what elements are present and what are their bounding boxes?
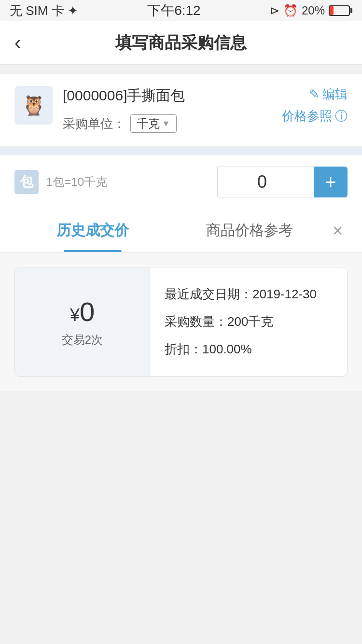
purchase-qty-value: 200千克 [227, 314, 273, 329]
product-info: [0000006]手撕面包 采购单位： 千克 ▼ [63, 86, 185, 133]
quantity-input[interactable] [217, 167, 314, 197]
alarm-icon: ⏰ [283, 4, 298, 17]
product-thumbnail: 🦉 [14, 86, 53, 125]
price-value: 0 [80, 296, 95, 327]
quantity-controls: + [217, 167, 348, 197]
product-header: 🦉 [0000006]手撕面包 采购单位： 千克 ▼ ✎ 编辑 [14, 86, 348, 133]
unit-chevron-icon: ▼ [162, 119, 170, 129]
purchase-quantity-row: 采购数量：200千克 [165, 312, 333, 331]
quantity-label: 包 1包=10千克 [14, 170, 107, 194]
tab-close-button[interactable]: × [328, 216, 348, 246]
status-left: 无 SIM 卡 ✦ [10, 2, 78, 19]
tabs-header: 历史成交价 商品价格参考 × [0, 209, 362, 252]
tabs-panel: 历史成交价 商品价格参考 × ¥0 交易2次 最近成交日期：2019-12-30… [0, 209, 362, 391]
recent-date-label: 最近成交日期： [165, 287, 252, 301]
location-icon: ⊳ [270, 4, 279, 17]
help-icon: ⓘ [335, 108, 348, 125]
history-price-section: ¥0 交易2次 [15, 267, 150, 376]
product-main: 🦉 [0000006]手撕面包 采购单位： 千克 ▼ [14, 86, 185, 133]
tab-history-price[interactable]: 历史成交价 [14, 209, 171, 252]
edit-icon: ✎ [309, 87, 320, 102]
nav-bar: ‹ 填写商品采购信息 [0, 21, 362, 65]
tab-product-price-ref[interactable]: 商品价格参考 [171, 209, 327, 252]
history-card: ¥0 交易2次 最近成交日期：2019-12-30 采购数量：200千克 折扣：… [14, 267, 348, 377]
tab-content-history: ¥0 交易2次 最近成交日期：2019-12-30 采购数量：200千克 折扣：… [0, 252, 362, 391]
recent-date-row: 最近成交日期：2019-12-30 [165, 285, 333, 304]
discount-value: 100.00% [202, 342, 252, 356]
discount-label: 折扣： [165, 342, 202, 356]
sim-status: 无 SIM 卡 ✦ [10, 2, 78, 19]
price-ref-label: 价格参照 [282, 108, 332, 125]
tab-history-label: 历史成交价 [56, 221, 129, 240]
discount-row: 折扣：100.00% [165, 340, 333, 359]
status-right: ⊳ ⏰ 20% [270, 4, 352, 17]
purchase-qty-label: 采购数量： [165, 314, 227, 329]
product-unit-row: 采购单位： 千克 ▼ [63, 114, 185, 133]
history-price-display: ¥0 [70, 296, 95, 327]
status-bar: 无 SIM 卡 ✦ 下午6:12 ⊳ ⏰ 20% [0, 0, 362, 21]
history-details-section: 最近成交日期：2019-12-30 采购数量：200千克 折扣：100.00% [150, 267, 347, 376]
recent-date-value: 2019-12-30 [252, 287, 317, 301]
product-logo-icon: 🦉 [22, 94, 46, 117]
page-title: 填写商品采购信息 [0, 32, 362, 54]
product-name: [0000006]手撕面包 [63, 86, 185, 106]
tab-product-price-label: 商品价格参考 [206, 221, 293, 240]
product-card: 🦉 [0000006]手撕面包 采购单位： 千克 ▼ ✎ 编辑 [0, 74, 362, 146]
battery-icon [329, 5, 352, 16]
quantity-plus-button[interactable]: + [314, 167, 348, 197]
price-reference-button[interactable]: 价格参照 ⓘ [282, 108, 348, 125]
status-time: 下午6:12 [147, 1, 201, 20]
section-divider [0, 147, 362, 155]
unit-selector[interactable]: 千克 ▼ [130, 114, 177, 133]
transaction-count: 交易2次 [62, 332, 103, 348]
unit-box: 包 [14, 170, 39, 194]
quantity-row: 包 1包=10千克 + [0, 155, 362, 209]
edit-button[interactable]: ✎ 编辑 [309, 86, 348, 103]
unit-conversion: 1包=10千克 [46, 174, 107, 190]
unit-value: 千克 [137, 116, 160, 131]
tab-active-underline [64, 250, 122, 252]
product-actions: ✎ 编辑 价格参照 ⓘ [282, 86, 348, 125]
battery-percent: 20% [302, 4, 325, 17]
edit-label: 编辑 [322, 86, 348, 103]
unit-label: 采购单位： [63, 115, 125, 132]
currency-symbol: ¥ [70, 305, 80, 325]
